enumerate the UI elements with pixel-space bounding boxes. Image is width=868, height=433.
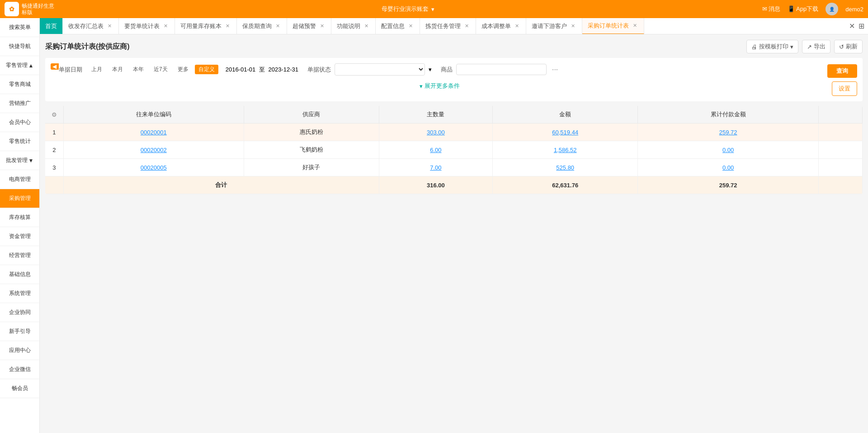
settings-button[interactable]: 设置	[832, 81, 857, 96]
sidebar-item-member[interactable]: 会员中心	[0, 113, 39, 132]
message-icon: ✉	[762, 5, 767, 12]
export-icon: ↗	[807, 43, 812, 50]
quantity-link[interactable]: 303.00	[427, 129, 445, 136]
close-tab-goods-summary[interactable]: ✕	[162, 23, 169, 29]
col-paid-header: 累计付款金额	[638, 106, 819, 124]
goods-more-btn[interactable]: ···	[552, 66, 558, 74]
table: ⚙ 往来单位编码 供应商 主数量 金额 累计付款金额 1	[45, 106, 863, 194]
close-tab-available-stock[interactable]: ✕	[224, 23, 231, 29]
sidebar-item-wechat[interactable]: 企业微信	[0, 360, 39, 379]
tab-available-stock[interactable]: 可用量库存账本 ✕	[175, 18, 237, 34]
close-tab-function-desc[interactable]: ✕	[363, 23, 370, 29]
footer-quantity: 316.00	[379, 176, 492, 194]
cell-index: 1	[45, 124, 63, 141]
code-link-2[interactable]: 00020002	[141, 147, 167, 153]
sidebar-item-search[interactable]: 搜索英单	[0, 18, 39, 37]
shortcut-more[interactable]: 更多	[174, 65, 192, 74]
paid-link-2[interactable]: 0.00	[722, 147, 734, 153]
goods-input[interactable]	[456, 64, 547, 75]
username-label: demo2	[845, 6, 863, 13]
workspace-selector[interactable]: 母婴行业演示账套 ▾	[382, 5, 434, 13]
tab-home[interactable]: 首页	[40, 18, 63, 34]
sidebar-item-enterprise[interactable]: 企业协同	[0, 303, 39, 322]
tab-cost-adjust[interactable]: 成本调整单 ✕	[476, 18, 526, 34]
cell-supplier: 飞鹤奶粉	[244, 141, 379, 159]
quantity-link-2[interactable]: 6.00	[430, 147, 441, 153]
tab-shelf-life[interactable]: 保质期查询 ✕	[237, 18, 287, 34]
goods-label: 商品	[441, 66, 453, 74]
close-tab-shelf-life[interactable]: ✕	[274, 23, 281, 29]
table-row: 1 00020001 惠氏奶粉 303.00 60,519.44 259.72	[45, 124, 863, 141]
tab-goods-summary[interactable]: 要货单统计表 ✕	[119, 18, 175, 34]
shortcut-7days[interactable]: 近7天	[150, 65, 171, 74]
cell-code: 00020001	[63, 124, 244, 141]
quantity-link-3[interactable]: 7.00	[430, 164, 441, 171]
footer-empty2	[818, 176, 862, 194]
amount-link-3[interactable]: 525.80	[556, 164, 574, 171]
maximize-icon[interactable]: ⊞	[859, 22, 864, 30]
sidebar-item-member2[interactable]: 畅会员	[0, 379, 39, 398]
amount-link[interactable]: 60,519.44	[552, 129, 578, 136]
sidebar-item-retail-shop[interactable]: 零售商城	[0, 75, 39, 94]
sidebar-item-shortcut[interactable]: 快捷导航	[0, 37, 39, 56]
footer-paid: 259.72	[638, 176, 819, 194]
filter-panel: ◀ 单据日期 上月 本月 本年 近7天 更多	[45, 58, 863, 101]
shortcut-last-month[interactable]: 上月	[88, 65, 106, 74]
export-button[interactable]: ↗ 导出	[802, 40, 830, 53]
sidebar-collapse-btn[interactable]: ◀	[51, 63, 59, 70]
cell-paid: 259.72	[638, 124, 819, 141]
app-download-btn[interactable]: 📱 App下载	[788, 5, 818, 13]
status-select[interactable]	[335, 63, 425, 76]
sidebar-item-wholesale[interactable]: 批发管理 ▼	[0, 151, 39, 170]
user-avatar[interactable]: 👤	[826, 3, 838, 15]
close-tab-cost-adjust[interactable]: ✕	[514, 23, 520, 29]
col-code-header: 往来单位编码	[63, 106, 244, 124]
close-tab-config-info[interactable]: ✕	[407, 23, 414, 29]
paid-link[interactable]: 259.72	[719, 129, 737, 136]
sidebar-item-inventory[interactable]: 库存核算	[0, 208, 39, 227]
shortcut-this-year[interactable]: 本年	[129, 65, 147, 74]
sidebar-item-ecommerce[interactable]: 电商管理	[0, 170, 39, 189]
shortcut-this-month[interactable]: 本月	[108, 65, 127, 74]
footer-empty	[45, 176, 63, 194]
query-button[interactable]: 查询	[827, 64, 857, 78]
sidebar-item-newbie[interactable]: 新手引导	[0, 322, 39, 341]
close-tab-purchase-summary[interactable]: ✕	[632, 22, 638, 29]
date-to[interactable]: 2023-12-31	[268, 66, 298, 73]
tab-overstock[interactable]: 超储预警 ✕	[287, 18, 331, 34]
close-tab-pick-task[interactable]: ✕	[463, 23, 470, 29]
close-tab-receive-summary[interactable]: ✕	[106, 23, 113, 29]
close-tab-overstock[interactable]: ✕	[319, 23, 326, 29]
tab-pick-task[interactable]: 拣货任务管理 ✕	[420, 18, 476, 34]
date-from[interactable]: 2016-01-01	[226, 66, 256, 73]
amount-link-2[interactable]: 1,586.52	[554, 147, 577, 153]
tab-receive-summary[interactable]: 收发存汇总表 ✕	[63, 18, 119, 34]
code-link-3[interactable]: 00020005	[141, 164, 167, 171]
sidebar-item-finance[interactable]: 资金管理	[0, 227, 39, 246]
sidebar-item-system[interactable]: 系统管理	[0, 284, 39, 303]
sidebar-item-retail-stat[interactable]: 零售统计	[0, 132, 39, 151]
tab-purchase-summary[interactable]: 采购订单统计表 ✕	[582, 18, 644, 34]
close-tab-invite-downstream[interactable]: ✕	[570, 23, 576, 29]
messages-btn[interactable]: ✉ 消息	[762, 5, 781, 13]
close-all-icon[interactable]: ✕	[849, 22, 855, 30]
code-link[interactable]: 00020001	[141, 129, 167, 136]
toggle-more-btn[interactable]: ▾ 展开更多条件	[420, 82, 460, 90]
paid-link-3[interactable]: 0.00	[722, 164, 734, 171]
cell-amount: 525.80	[493, 159, 638, 176]
tab-config-info[interactable]: 配置信息 ✕	[376, 18, 420, 34]
sidebar-item-app-center[interactable]: 应用中心	[0, 341, 39, 360]
sidebar-item-basic[interactable]: 基础信息	[0, 265, 39, 284]
sidebar-item-marketing[interactable]: 营销推广	[0, 94, 39, 113]
template-print-button[interactable]: 🖨 按模板打印 ▾	[746, 40, 798, 53]
cell-code: 00020005	[63, 159, 244, 176]
refresh-button[interactable]: ↺ 刷新	[834, 40, 863, 53]
sidebar-item-purchase[interactable]: 采购管理	[0, 189, 39, 208]
logo-area: ✿ 畅捷通好生意 标版	[5, 2, 54, 16]
tab-invite-downstream[interactable]: 邀请下游客户 ✕	[526, 18, 582, 34]
sidebar-item-retail[interactable]: 零售管理 ▲	[0, 56, 39, 75]
custom-date-tag[interactable]: 自定义	[195, 65, 218, 74]
sidebar-item-operations[interactable]: 经营管理	[0, 246, 39, 265]
tab-function-desc[interactable]: 功能说明 ✕	[331, 18, 376, 34]
column-settings-icon[interactable]: ⚙	[52, 111, 57, 118]
